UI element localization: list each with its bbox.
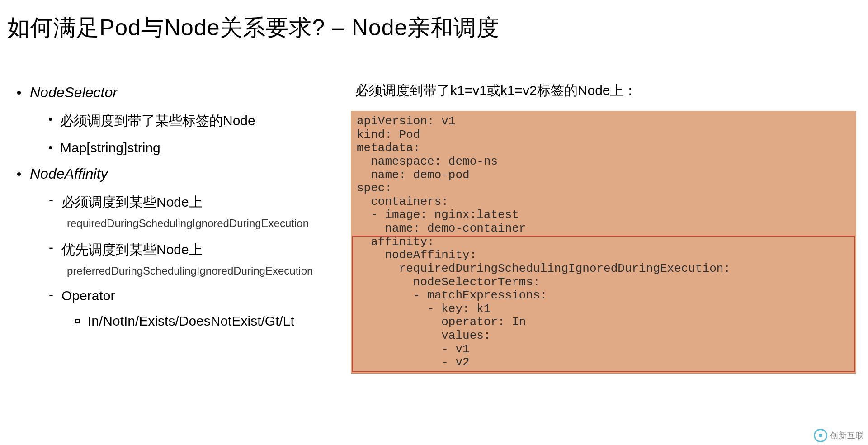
list-item-text: 优先调度到某些Node上 [61, 241, 203, 259]
content-row: NodeSelector 必须调度到带了某些标签的Node Map[string… [7, 81, 861, 374]
dash-icon: - [49, 240, 53, 255]
yaml-code-block: apiVersion: v1 kind: Pod metadata: names… [351, 111, 856, 374]
bullet-dot-icon [49, 146, 52, 149]
section-nodeaffinity-head: NodeAffinity [17, 166, 324, 182]
list-item-detail: preferredDuringSchedulingIgnoredDuringEx… [67, 265, 324, 277]
left-column: NodeSelector 必须调度到带了某些标签的Node Map[string… [7, 81, 324, 374]
right-column: 必须调度到带了k1=v1或k1=v2标签的Node上： apiVersion: … [351, 81, 861, 374]
page-title: 如何满足Pod与Node关系要求? – Node亲和调度 [7, 13, 861, 43]
list-item: - 必须调度到某些Node上 [49, 193, 324, 212]
dash-icon: - [49, 287, 53, 303]
square-bullet-icon [75, 319, 80, 323]
dash-icon: - [49, 192, 53, 208]
yaml-code-text: apiVersion: v1 kind: Pod metadata: names… [357, 115, 850, 369]
list-item: - 优先调度到某些Node上 [49, 241, 324, 259]
bullet-dot-icon [17, 172, 21, 176]
list-item-detail: requiredDuringSchedulingIgnoredDuringExe… [67, 217, 324, 230]
list-item: Map[string]string [49, 140, 324, 156]
code-intro-text: 必须调度到带了k1=v1或k1=v2标签的Node上： [355, 81, 856, 100]
watermark-text: 创新互联 [830, 430, 864, 441]
list-item-text: 必须调度到某些Node上 [61, 193, 203, 212]
section-nodeselector-head: NodeSelector [17, 84, 324, 101]
list-item: 必须调度到带了某些标签的Node [49, 112, 324, 130]
watermark: 创新互联 [814, 429, 864, 442]
nested-list-item: In/NotIn/Exists/DoesNotExist/Gt/Lt [75, 313, 324, 329]
bullet-dot-icon [17, 91, 21, 95]
nested-item-text: In/NotIn/Exists/DoesNotExist/Gt/Lt [88, 313, 294, 329]
list-item: - Operator [49, 288, 324, 303]
bullet-dot-icon [49, 118, 52, 121]
list-item-text: Map[string]string [60, 140, 160, 156]
list-item-text: Operator [61, 288, 115, 303]
watermark-logo-icon [814, 429, 827, 442]
section-heading: NodeAffinity [30, 166, 108, 182]
section-heading: NodeSelector [30, 84, 118, 101]
list-item-text: 必须调度到带了某些标签的Node [60, 112, 255, 130]
